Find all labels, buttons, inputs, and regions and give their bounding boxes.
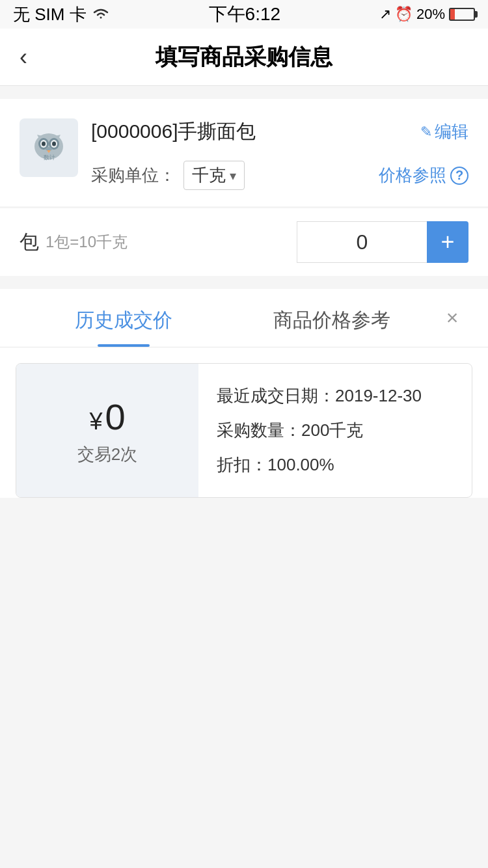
tabs-section: 历史成交价 商品价格参考 × ¥0 交易2次 最近成交日期：2019-12-30… (0, 289, 488, 498)
product-info: [0000006]手撕面包 ✎ 编辑 采购单位： 千克 ▾ 价格参照 ? (91, 118, 468, 190)
edit-button[interactable]: ✎ 编辑 (420, 120, 468, 143)
status-left: 无 SIM 卡 (13, 3, 110, 26)
location-icon: ↗ (379, 6, 391, 23)
svg-point-5 (42, 141, 46, 146)
purchase-qty-row: 采购数量：200千克 (217, 418, 454, 443)
history-price-left: ¥0 交易2次 (16, 364, 198, 497)
tab-product-price-ref[interactable]: 商品价格参考 (228, 289, 436, 347)
unit-dropdown-arrow: ▾ (230, 168, 236, 183)
unit-select-button[interactable]: 千克 ▾ (183, 161, 245, 190)
product-card: 数计 [0000006]手撕面包 ✎ 编辑 采购单位： 千克 ▾ (0, 99, 488, 206)
status-right: ↗ ⏰ 20% (379, 6, 475, 23)
product-name: [0000006]手撕面包 (91, 118, 256, 145)
status-time: 下午6:12 (209, 2, 281, 27)
battery-percent: 20% (416, 6, 445, 23)
quantity-row: 包 1包=10千克 + (0, 208, 488, 276)
tab-history-price[interactable]: 历史成交价 (20, 289, 228, 347)
main-content (0, 513, 488, 868)
nav-bar: ‹ 填写商品采购信息 (0, 29, 488, 86)
product-thumbnail: 数计 (20, 118, 78, 177)
tab-underline (98, 344, 150, 347)
page-title: 填写商品采购信息 (156, 42, 332, 72)
plus-icon: + (441, 228, 454, 256)
close-icon: × (446, 306, 459, 330)
discount-row: 折扣：100.00% (217, 452, 454, 478)
status-bar: 无 SIM 卡 下午6:12 ↗ ⏰ 20% (0, 0, 488, 29)
latest-date-row: 最近成交日期：2019-12-30 (217, 383, 454, 409)
help-icon: ? (450, 167, 468, 185)
quantity-input[interactable] (297, 221, 427, 263)
wifi-icon (92, 5, 110, 25)
unit-name: 包 (20, 229, 39, 256)
unit-label: 采购单位： (91, 165, 176, 185)
unit-hint: 1包=10千克 (46, 232, 128, 252)
history-price-card: ¥0 交易2次 最近成交日期：2019-12-30 采购数量：200千克 折扣：… (16, 363, 472, 498)
carrier-text: 无 SIM 卡 (13, 3, 87, 26)
price-display: ¥0 (89, 396, 125, 438)
alarm-icon: ⏰ (395, 6, 413, 23)
quantity-label: 包 1包=10千克 (20, 229, 128, 256)
tabs-header: 历史成交价 商品价格参考 × (0, 289, 488, 347)
unit-row: 采购单位： 千克 ▾ (91, 161, 245, 190)
trade-count: 交易2次 (77, 443, 137, 466)
quantity-input-area: + (297, 221, 468, 263)
price-value: ¥0 (89, 396, 125, 437)
svg-point-6 (52, 141, 56, 146)
edit-icon: ✎ (420, 124, 432, 141)
svg-text:数计: 数计 (44, 154, 55, 161)
tabs-close-button[interactable]: × (436, 302, 468, 334)
history-price-right: 最近成交日期：2019-12-30 采购数量：200千克 折扣：100.00% (198, 364, 472, 497)
quantity-plus-button[interactable]: + (427, 221, 468, 263)
price-reference-button[interactable]: 价格参照 ? (379, 164, 468, 187)
product-logo-icon: 数计 (29, 127, 68, 169)
back-button[interactable]: ‹ (20, 37, 34, 77)
battery-icon (449, 8, 475, 21)
